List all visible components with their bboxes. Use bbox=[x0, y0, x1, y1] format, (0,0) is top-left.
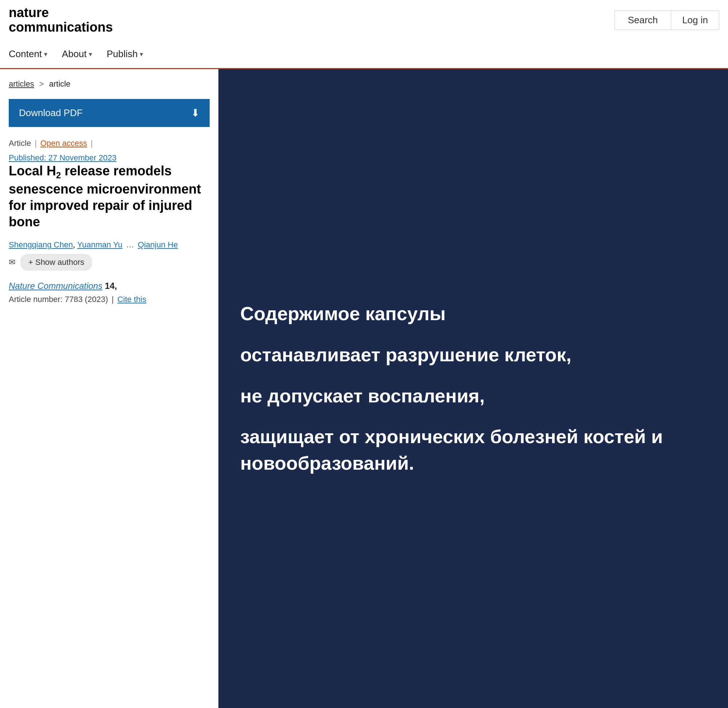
login-button[interactable]: Log in bbox=[671, 10, 719, 30]
journal-link[interactable]: Nature Communications bbox=[9, 281, 102, 291]
overlay-text: Содержимое капсулы останавливает разруше… bbox=[240, 300, 706, 477]
open-access-link[interactable]: Open access bbox=[41, 139, 87, 148]
logo-line1: nature bbox=[9, 6, 113, 20]
download-pdf-button[interactable]: Download PDF ⬇ bbox=[9, 99, 210, 127]
meta-separator: | bbox=[35, 139, 37, 148]
site-logo: nature communications bbox=[9, 6, 113, 34]
header-actions: Search Log in bbox=[615, 10, 719, 30]
breadcrumb: articles > article bbox=[9, 79, 210, 89]
chevron-down-icon: ▾ bbox=[89, 50, 92, 58]
breadcrumb-separator: > bbox=[39, 79, 44, 88]
article-title: Local H2 release remodels senescence mic… bbox=[9, 162, 210, 230]
article-type-label: Article bbox=[9, 139, 31, 148]
download-icon: ⬇ bbox=[191, 107, 199, 119]
authors-ellipsis: … bbox=[126, 240, 134, 249]
breadcrumb-current: article bbox=[49, 79, 71, 88]
author-actions: ✉ + Show authors bbox=[9, 254, 210, 271]
article-separator2: | bbox=[112, 295, 114, 304]
overlay-line-4: защищает от хронических болезней костей … bbox=[240, 424, 706, 477]
article-column: articles > article Download PDF ⬇ Articl… bbox=[0, 69, 218, 708]
authors-line: Shengqiang Chen, Yuanman Yu … Qianjun He bbox=[9, 240, 210, 250]
overlay-line-3: не допускает воспаления, bbox=[240, 383, 706, 409]
article-number-label: Article number: 7783 (2023) bbox=[9, 295, 108, 304]
breadcrumb-articles-link[interactable]: articles bbox=[9, 79, 34, 88]
chevron-down-icon: ▾ bbox=[140, 50, 143, 58]
email-icon[interactable]: ✉ bbox=[9, 258, 15, 267]
chevron-down-icon: ▾ bbox=[44, 50, 47, 58]
download-pdf-label: Download PDF bbox=[19, 107, 83, 119]
title-subscript: 2 bbox=[56, 170, 61, 180]
main-container: articles > article Download PDF ⬇ Articl… bbox=[0, 69, 728, 708]
published-date: Published: 27 November 2023 bbox=[9, 153, 210, 162]
article-meta: Article | Open access | bbox=[9, 139, 210, 148]
nav-item-about[interactable]: About ▾ bbox=[62, 48, 92, 59]
author3-link[interactable]: Qianjun He bbox=[138, 240, 178, 249]
nav-content-label: Content bbox=[9, 48, 42, 59]
author1-link[interactable]: Shengqiang Chen bbox=[9, 240, 73, 249]
nav-publish-label: Publish bbox=[107, 48, 138, 59]
title-part1: Local H bbox=[9, 163, 56, 178]
nav-item-content[interactable]: Content ▾ bbox=[9, 48, 47, 59]
nav-about-label: About bbox=[62, 48, 87, 59]
site-header: nature communications Search Log in bbox=[0, 0, 728, 40]
cite-this-link[interactable]: Cite this bbox=[117, 295, 146, 304]
nav-item-publish[interactable]: Publish ▾ bbox=[107, 48, 143, 59]
article-number-line: Article number: 7783 (2023) | Cite this bbox=[9, 295, 210, 304]
journal-volume: 14, bbox=[105, 281, 117, 291]
author2-link[interactable]: Yuanman Yu bbox=[77, 240, 122, 249]
logo-line2: communications bbox=[9, 20, 113, 35]
show-authors-button[interactable]: + Show authors bbox=[20, 254, 92, 271]
meta-separator2: | bbox=[91, 139, 93, 148]
search-button[interactable]: Search bbox=[615, 10, 671, 30]
published-date-link[interactable]: Published: 27 November 2023 bbox=[9, 153, 210, 162]
overlay-panel: Содержимое капсулы останавливает разруше… bbox=[218, 69, 728, 708]
journal-info: Nature Communications 14, bbox=[9, 281, 210, 291]
main-nav: Content ▾ About ▾ Publish ▾ bbox=[0, 40, 728, 69]
overlay-line-2: останавливает разрушение клеток, bbox=[240, 342, 706, 368]
overlay-line-1: Содержимое капсулы bbox=[240, 300, 706, 327]
